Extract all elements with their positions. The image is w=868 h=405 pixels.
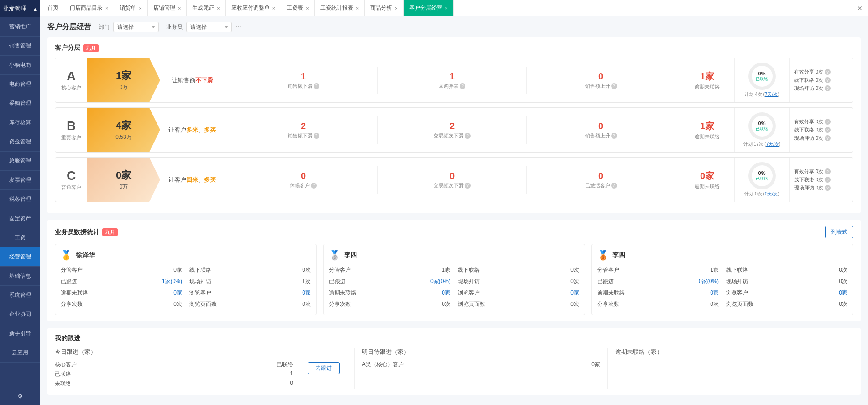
close-all-icon[interactable]: ✕ xyxy=(857,5,863,12)
info-icon[interactable]: ? xyxy=(611,133,617,139)
progress-circle: 0% 已联络 xyxy=(748,112,776,140)
info-icon[interactable]: ? xyxy=(825,185,831,191)
info-icon[interactable]: ? xyxy=(460,83,465,89)
medal-icon: 🥈 xyxy=(329,250,340,261)
list-view-button[interactable]: 列表式 xyxy=(825,226,853,238)
biz-stats-section: 业务员数据统计 九月 列表式 🥇 徐泽华 分管客户0家线下联络0次已跟进1家(0… xyxy=(47,220,861,321)
sidebar-item-小畅电商[interactable]: 小畅电商 xyxy=(0,56,40,75)
sidebar-item-库存核算[interactable]: 库存核算 xyxy=(0,113,40,132)
tab-客户分层经营[interactable]: 客户分层经营× xyxy=(404,0,454,16)
info-icon[interactable]: ? xyxy=(611,83,617,89)
filter-more-icon[interactable]: ··· xyxy=(235,23,241,31)
sidebar-item-固定资产[interactable]: 固定资产 xyxy=(0,209,40,228)
info-icon[interactable]: ? xyxy=(611,183,617,189)
tab-首页[interactable]: 首页 xyxy=(42,0,64,16)
sidebar-settings[interactable]: ⚙ xyxy=(0,388,40,405)
sidebar-item-新手引导[interactable]: 新手引导 xyxy=(0,324,40,343)
info-icon[interactable]: ? xyxy=(825,69,831,75)
sidebar-top-label: 批发管理 xyxy=(3,5,26,13)
tab-close-门店商品目录[interactable]: × xyxy=(105,5,108,11)
tier-name: 核心客户 xyxy=(61,84,81,91)
staff-stat: 分管客户1家 xyxy=(597,265,719,275)
info-icon[interactable]: ? xyxy=(465,133,471,139)
minimize-icon[interactable]: — xyxy=(847,5,853,12)
info-icon[interactable]: ? xyxy=(465,183,471,189)
info-icon[interactable]: ? xyxy=(311,183,317,189)
right-stat: 有效分享 0次 ? xyxy=(794,68,848,75)
tier-label-A: A核心客户 xyxy=(55,58,87,102)
sidebar-item-销售管理[interactable]: 销售管理 xyxy=(0,37,40,56)
stat-item: 2销售额下滑 ? xyxy=(229,116,377,144)
sidebar-item-资金管理[interactable]: 资金管理 xyxy=(0,132,40,152)
dept-select[interactable]: 请选择 xyxy=(113,22,159,32)
stat-item: 0销售额上升 ? xyxy=(526,67,675,94)
staff-stat: 线下联络0次 xyxy=(726,265,847,275)
follow-row: 核心客户已联络 xyxy=(55,360,293,369)
tab-工资统计报表[interactable]: 工资统计报表× xyxy=(315,0,365,16)
info-icon[interactable]: ? xyxy=(825,85,831,91)
sidebar-top[interactable]: 批发管理 ▲ xyxy=(0,0,40,17)
tab-销货单[interactable]: 销货单× xyxy=(114,0,147,16)
info-icon[interactable]: ? xyxy=(825,119,831,125)
tab-生成凭证[interactable]: 生成凭证× xyxy=(187,0,225,16)
go-followup-button[interactable]: 去跟进 xyxy=(308,362,340,374)
sidebar-item-税务管理[interactable]: 税务管理 xyxy=(0,190,40,209)
tab-bar-actions: — ✕ xyxy=(847,5,866,12)
customer-tier-section: 客户分层 九月 A核心客户1家0万让销售额不下滑1销售额下滑 ?1回购异常 ?0… xyxy=(47,37,861,213)
staff-stat: 分享次数0次 xyxy=(61,300,182,309)
sidebar-item-电商管理[interactable]: 电商管理 xyxy=(0,75,40,94)
tab-店铺管理[interactable]: 店铺管理× xyxy=(148,0,187,16)
sidebar-item-企业协同[interactable]: 企业协同 xyxy=(0,305,40,324)
tab-close-客户分层经营[interactable]: × xyxy=(445,5,448,11)
info-icon[interactable]: ? xyxy=(314,133,319,139)
overdue-label: 逾期未联络（家） xyxy=(615,348,853,356)
info-icon[interactable]: ? xyxy=(314,83,319,89)
progress-circle: 0% 已联络 xyxy=(748,63,776,90)
staff-stat: 线下联络0次 xyxy=(458,265,579,275)
tier-contact-C: 0家逾期未联络 xyxy=(680,158,734,202)
info-icon[interactable]: ? xyxy=(825,168,831,174)
staff-stat: 浏览客户0家 xyxy=(189,288,311,298)
overdue-col: 逾期未联络（家） xyxy=(607,348,853,389)
tier-highlight-C: 0家0万 xyxy=(87,158,160,202)
sidebar-item-总账管理[interactable]: 总账管理 xyxy=(0,152,40,171)
sidebar-item-基础信息[interactable]: 基础信息 xyxy=(0,267,40,286)
section-title-customer: 客户分层 九月 xyxy=(55,44,853,52)
sidebar-item-系统管理[interactable]: 系统管理 xyxy=(0,286,40,305)
sidebar-item-工资[interactable]: 工资 xyxy=(0,228,40,247)
sidebar-item-云应用[interactable]: 云应用 xyxy=(0,343,40,363)
progress-circle: 0% 已联络 xyxy=(748,162,776,189)
staff-stat: 已跟进1家(0%) xyxy=(61,277,182,286)
tab-商品分析[interactable]: 商品分析× xyxy=(365,0,403,16)
month-badge: 九月 xyxy=(83,44,99,52)
tab-应收应付调整单[interactable]: 应收应付调整单× xyxy=(226,0,281,16)
tab-close-店铺管理[interactable]: × xyxy=(178,5,181,11)
staff-stat: 已跟进0家(0%) xyxy=(329,277,450,286)
tier-contact-B: 1家逾期未联络 xyxy=(680,108,734,152)
tier-stats-B: 2销售额下滑 ?2交易频次下滑 ?0销售额上升 ? xyxy=(224,108,680,152)
sales-select[interactable]: 请选择 xyxy=(186,22,232,32)
tier-highlight-A: 1家0万 xyxy=(87,58,160,102)
tab-close-销货单[interactable]: × xyxy=(139,5,141,11)
info-icon[interactable]: ? xyxy=(825,77,831,83)
tab-close-生成凭证[interactable]: × xyxy=(217,5,220,11)
tab-门店商品目录[interactable]: 门店商品目录× xyxy=(64,0,114,16)
tab-工资表[interactable]: 工资表× xyxy=(281,0,314,16)
sidebar-item-采购管理[interactable]: 采购管理 xyxy=(0,94,40,113)
staff-stat: 已跟进0家(0%) xyxy=(597,277,719,286)
info-icon[interactable]: ? xyxy=(825,127,831,133)
tab-close-商品分析[interactable]: × xyxy=(395,5,397,11)
tab-close-工资统计报表[interactable]: × xyxy=(356,5,359,11)
tier-action-B: 让客户多来、多买 xyxy=(160,108,224,152)
info-icon[interactable]: ? xyxy=(825,135,831,141)
staff-header: 🥇 徐泽华 xyxy=(61,250,311,261)
sidebar-item-发票管理[interactable]: 发票管理 xyxy=(0,171,40,190)
sidebar-item-经营管理[interactable]: 经营管理 xyxy=(0,247,40,267)
tab-close-应收应付调整单[interactable]: × xyxy=(272,5,275,11)
tab-close-工资表[interactable]: × xyxy=(306,5,309,11)
biz-header: 业务员数据统计 九月 列表式 xyxy=(55,226,853,238)
staff-stat: 线下联络0次 xyxy=(189,265,311,275)
tier-letter: C xyxy=(67,168,76,183)
info-icon[interactable]: ? xyxy=(825,177,831,183)
sidebar-item-营销推广[interactable]: 营销推广 xyxy=(0,17,40,37)
